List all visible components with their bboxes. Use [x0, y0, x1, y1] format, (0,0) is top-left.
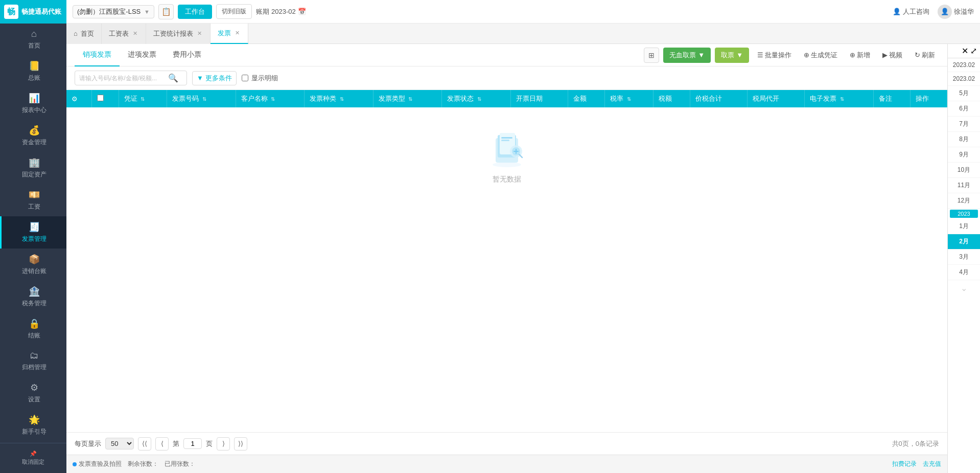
date-panel-top-btns: ✕ ⤢ [948, 44, 980, 58]
col-settings[interactable]: ⚙ [66, 90, 92, 107]
sidebar-item-archive[interactable]: 🗂 归档管理 [0, 345, 66, 377]
sort-tax-rate-icon: ⇅ [627, 96, 631, 102]
sidebar-item-guide[interactable]: 🌟 新手引导 [0, 409, 66, 441]
tab-invoice[interactable]: 发票 ✕ [211, 24, 248, 44]
recharge-link[interactable]: 去充值 [923, 460, 941, 468]
tax-icon: 🏦 [29, 286, 40, 297]
col-date[interactable]: 开票日期 [510, 90, 568, 107]
date-month-10[interactable]: 10月 [948, 163, 980, 178]
col-voucher[interactable]: 凭证 ⇅ [119, 90, 167, 107]
sub-tab-purchase[interactable]: 进项发票 [120, 44, 165, 66]
col-action[interactable]: 操作 [910, 90, 947, 107]
add-record-link[interactable]: 扣费记录 [892, 460, 917, 468]
company-selector[interactable]: (勿删）江西股宝-LSS ▼ [73, 5, 154, 18]
svg-point-0 [493, 162, 521, 167]
date-month-8[interactable]: 8月 [948, 132, 980, 147]
col-tax[interactable]: 税额 [653, 90, 690, 107]
sidebar-item-reports[interactable]: 📊 报表中心 [0, 87, 66, 120]
sidebar-item-salary-label: 工资 [28, 202, 40, 211]
page-size-select[interactable]: 50 10 20 100 [105, 438, 134, 449]
date-month-2023-3[interactable]: 3月 [948, 250, 980, 265]
prev-page-btn[interactable]: ⟨ [155, 437, 169, 451]
tab-invoice-close-btn[interactable]: ✕ [234, 29, 241, 37]
col-invoice-category[interactable]: 发票类型 ⇅ [373, 90, 442, 107]
col-tax-total[interactable]: 价税合计 [690, 90, 747, 107]
search-input[interactable] [79, 75, 166, 82]
sidebar-item-assets[interactable]: 🏢 固定资产 [0, 152, 66, 184]
sidebar-item-home[interactable]: ⌂ 首页 [0, 24, 66, 55]
page-num-input[interactable] [183, 438, 202, 449]
sidebar-item-settings[interactable]: ⚙ 设置 [0, 377, 66, 409]
date-month-2023-4[interactable]: 4月 [948, 265, 980, 280]
tab-salary-stat-close-btn[interactable]: ✕ [196, 30, 203, 37]
show-detail-checkbox[interactable] [242, 75, 248, 81]
doc-icon-btn[interactable]: 📋 [158, 4, 174, 19]
date-month-2023-2[interactable]: 2月 [948, 234, 980, 250]
col-invoice-no[interactable]: 发票号码 ⇅ [167, 90, 236, 107]
filter-icon: ▼ [197, 74, 203, 82]
col-invoice-type[interactable]: 发票种类 ⇅ [305, 90, 374, 107]
date-month-7[interactable]: 7月 [948, 117, 980, 132]
date-month-12[interactable]: 12月 [948, 193, 980, 209]
date-month-2023-1[interactable]: 1月 [948, 219, 980, 234]
first-page-btn[interactable]: ⟨⟨ [138, 437, 151, 451]
sub-tabs: 销项发票 进项发票 费用小票 ⊞ 无血取票 ▼ [66, 44, 947, 66]
used-label: 已用张数： [165, 460, 195, 468]
video-btn[interactable]: ▶ 视频 [878, 49, 906, 62]
date-panel-close-btn[interactable]: ✕ [962, 46, 968, 56]
sidebar-item-closing[interactable]: 🔒 结账 [0, 313, 66, 345]
sub-tab-expense[interactable]: 费用小票 [165, 44, 209, 66]
batch-op-btn[interactable]: ☰ 批量操作 [753, 49, 796, 62]
take-ticket-button[interactable]: 取票 ▼ [715, 48, 749, 63]
date-month-5[interactable]: 5月 [948, 86, 980, 101]
date-month-11[interactable]: 11月 [948, 178, 980, 193]
sidebar-item-salary[interactable]: 💴 工资 [0, 184, 66, 216]
workspace-button[interactable]: 工作台 [178, 5, 212, 19]
grid-settings-btn[interactable]: ⊞ [644, 48, 659, 63]
sidebar: 畅 畅捷通易代账 ⌂ 首页 📒 总账 📊 报表中心 💰 资金管理 🏢 固定资产 … [0, 0, 66, 473]
new-btn[interactable]: ⊕ 新增 [846, 49, 874, 62]
col-checkbox[interactable] [92, 90, 119, 107]
sidebar-item-ledger[interactable]: 📒 总账 [0, 55, 66, 87]
tab-salary[interactable]: 工资表 ✕ [102, 24, 146, 44]
date-month-9[interactable]: 9月 [948, 147, 980, 163]
sub-tab-sales[interactable]: 销项发票 [75, 44, 120, 66]
sidebar-item-sales[interactable]: 📦 进销台账 [0, 249, 66, 281]
filter-btn[interactable]: ▼ 更多条件 [192, 71, 237, 85]
date-panel-scroll-down[interactable]: ⌄ [948, 280, 980, 296]
last-page-btn[interactable]: ⟩⟩ [234, 437, 247, 451]
sidebar-item-invoice[interactable]: 🧾 发票管理 [0, 216, 66, 249]
sidebar-item-tax[interactable]: 🏦 税务管理 [0, 281, 66, 313]
col-e-invoice[interactable]: 电子发票 ⇅ [805, 90, 874, 107]
settings-icon: ⚙ [30, 382, 38, 393]
gen-voucher-btn[interactable]: ⊕ 生成凭证 [800, 49, 842, 62]
old-version-button[interactable]: 切到旧版 [216, 4, 252, 19]
sidebar-item-funds[interactable]: 💰 资金管理 [0, 120, 66, 152]
next-page-btn[interactable]: ⟩ [217, 437, 230, 451]
col-amount[interactable]: 金额 [568, 90, 604, 107]
tab-salary-stat[interactable]: 工资统计报表 ✕ [146, 24, 211, 44]
sidebar-pin-btn[interactable]: 📌 取消固定 [20, 448, 46, 468]
tab-home[interactable]: ⌂ 首页 [66, 24, 102, 44]
show-detail-checkbox-row[interactable]: 显示明细 [242, 74, 278, 83]
company-name: (勿删）江西股宝-LSS [77, 7, 141, 16]
col-tax-code[interactable]: 税局代开 [747, 90, 804, 107]
no-ticket-button[interactable]: 无血取票 ▼ [663, 48, 711, 63]
reports-icon: 📊 [29, 93, 40, 104]
select-all-checkbox[interactable] [97, 95, 104, 101]
tab-salary-close-btn[interactable]: ✕ [132, 30, 138, 37]
date-panel-expand-btn[interactable]: ⤢ [970, 46, 977, 56]
date-month-2022-02b[interactable]: 2023.02 [948, 72, 980, 86]
date-month-2022-02[interactable]: 2023.02 [948, 58, 980, 72]
user-profile[interactable]: 👤 徐溢华 [938, 5, 974, 19]
col-customer[interactable]: 客户名称 ⇅ [236, 90, 305, 107]
refresh-btn[interactable]: ↻ 刷新 [911, 49, 939, 62]
doc-icon: 📋 [161, 7, 171, 16]
col-note[interactable]: 备注 [873, 90, 910, 107]
col-status[interactable]: 发票状态 ⇅ [442, 90, 511, 107]
support-btn[interactable]: 👤 人工咨询 [893, 7, 929, 16]
col-tax-rate[interactable]: 税率 ⇅ [605, 90, 654, 107]
date-month-6[interactable]: 6月 [948, 101, 980, 117]
bottom-right: 扣费记录 去充值 [892, 460, 941, 468]
sidebar-item-closing-label: 结账 [28, 331, 40, 340]
